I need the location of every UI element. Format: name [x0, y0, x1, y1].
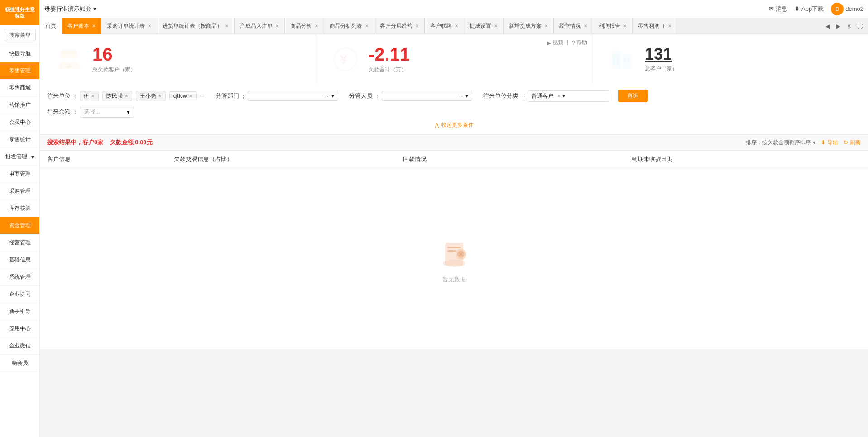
- sidebar-item-ecommerce[interactable]: 电商管理: [0, 166, 39, 183]
- balance-select[interactable]: 选择... ▾: [80, 106, 134, 118]
- tab-close-new-achievement[interactable]: ✕: [544, 24, 548, 28]
- sidebar-item-retail[interactable]: 零售管理: [0, 62, 39, 80]
- tab-profit-report[interactable]: 利润报告 ✕: [593, 18, 633, 34]
- tab-close-all[interactable]: ✕: [844, 22, 854, 31]
- sidebar-item-member[interactable]: 会员中心: [0, 114, 39, 131]
- person-select[interactable]: ··· ▾: [382, 91, 472, 101]
- logo-line2: 标版: [5, 13, 35, 19]
- sidebar-item-enterprise-wechat[interactable]: 企业微信: [0, 337, 39, 355]
- person-ellipsis: ···: [459, 93, 464, 99]
- tab-product-analysis-list[interactable]: 商品分析列表 ✕: [324, 18, 374, 34]
- sidebar-item-app-center[interactable]: 应用中心: [0, 320, 39, 337]
- stat-card-customers: 16 总欠款客户（家）: [40, 34, 316, 84]
- company-selector[interactable]: 母婴行业演示账套 ▾: [44, 5, 96, 13]
- tab-maximize[interactable]: ⛶: [855, 22, 864, 31]
- tab-home-label: 首页: [45, 22, 56, 30]
- tab-scroll-left[interactable]: ◀: [823, 22, 832, 31]
- sidebar-item-purchase[interactable]: 采购管理: [0, 183, 39, 200]
- unit-class-select[interactable]: 普通客户 ✕ ▾: [528, 90, 609, 102]
- tab-retail-profit[interactable]: 零售利润（ ✕: [633, 18, 677, 34]
- tab-product-in-label: 产成品入库单: [240, 22, 273, 30]
- tab-new-achievement-label: 新增提成方案: [509, 22, 542, 30]
- building-icon: [606, 43, 638, 75]
- tab-close-customer-contact[interactable]: ✕: [455, 24, 458, 28]
- user-profile[interactable]: D demo2: [831, 3, 863, 15]
- tab-reminder-settings[interactable]: 提成设置 ✕: [464, 18, 504, 34]
- result-text: 搜索结果中，客户0家: [47, 139, 103, 146]
- sidebar-item-new-guide[interactable]: 新手引导: [0, 303, 39, 320]
- tab-close-customer-book[interactable]: ✕: [92, 24, 96, 28]
- more-tags-button[interactable]: ···: [200, 93, 205, 99]
- filter-tag-wang-close[interactable]: ✕: [158, 94, 162, 99]
- svg-rect-10: [614, 63, 615, 65]
- col-overdue: 到期未收款日期: [632, 155, 861, 163]
- dept-colon: :: [243, 93, 245, 100]
- refresh-button[interactable]: ↻ 刷新: [844, 139, 861, 147]
- tab-customer-book[interactable]: 客户账本 ✕: [62, 18, 101, 34]
- tab-close-customer-tier[interactable]: ✕: [415, 24, 419, 28]
- svg-rect-8: [614, 58, 615, 61]
- tab-customer-tier[interactable]: 客户分层经营 ✕: [374, 18, 425, 34]
- sidebar-item-finance[interactable]: 资金管理: [0, 217, 39, 234]
- balance-chevron-down: ▾: [127, 109, 130, 115]
- filter-tag-wu-close[interactable]: ✕: [91, 94, 95, 99]
- sidebar-item-operations-mgmt[interactable]: 经营管理: [0, 234, 39, 252]
- sort-selector[interactable]: 排序：按欠款金额倒序排序 ▾: [746, 139, 815, 147]
- sidebar-item-wholesale[interactable]: 批发管理 ▾: [0, 148, 39, 166]
- video-help-button[interactable]: ▶ 视频: [547, 39, 563, 47]
- message-button[interactable]: ✉ 消息: [769, 5, 787, 13]
- sidebar-item-retail-stats[interactable]: 零售统计: [0, 131, 39, 148]
- tab-customer-contact[interactable]: 客户联络 ✕: [425, 18, 464, 34]
- filter-tag-cjttcw-close[interactable]: ✕: [189, 94, 192, 99]
- tab-purchase-order[interactable]: 采购订单统计表 ✕: [101, 18, 157, 34]
- video-icon: ▶: [547, 40, 551, 46]
- tab-operations[interactable]: 经营情况 ✕: [554, 18, 593, 34]
- tab-close-product-analysis-list[interactable]: ✕: [365, 24, 369, 28]
- tab-close-inventory-stats[interactable]: ✕: [225, 24, 229, 28]
- tab-close-operations[interactable]: ✕: [584, 24, 587, 28]
- col-debt-info: 欠款交易信息（占比）: [174, 155, 403, 163]
- sidebar-item-marketing[interactable]: 营销推广: [0, 97, 39, 114]
- dept-select[interactable]: ··· ▾: [248, 91, 338, 101]
- empty-icon: [436, 234, 472, 270]
- tab-close-product-in[interactable]: ✕: [275, 24, 279, 28]
- sidebar-item-basic-info[interactable]: 基础信息: [0, 252, 39, 269]
- collapse-button[interactable]: ⋀ 收起更多条件: [47, 121, 861, 129]
- tab-new-achievement[interactable]: 新增提成方案 ✕: [504, 18, 554, 34]
- person-label: 分管人员: [349, 92, 373, 100]
- tab-close-purchase-order[interactable]: ✕: [148, 24, 151, 28]
- query-button[interactable]: 查询: [618, 90, 648, 102]
- stat-value-customers: 16: [92, 45, 136, 63]
- svg-rect-16: [447, 247, 461, 248]
- sidebar-item-quick-nav[interactable]: 快捷导航: [0, 45, 39, 62]
- tabbar: 首页 客户账本 ✕ 采购订单统计表 ✕ 进货单统计表（按商品） ✕ 产成品入库单…: [40, 18, 868, 34]
- table-container: 客户信息 欠款交易信息（占比） 回款情况 到期未收款日期: [40, 151, 868, 349]
- tab-close-product-analysis[interactable]: ✕: [315, 24, 318, 28]
- tab-product-in[interactable]: 产成品入库单 ✕: [235, 18, 285, 34]
- sidebar-item-inventory[interactable]: 库存核算: [0, 200, 39, 217]
- stat-value-debt: -2.11: [369, 45, 410, 63]
- sidebar-item-enterprise-collab[interactable]: 企业协同: [0, 286, 39, 303]
- search-menu-button[interactable]: 搜索菜单: [4, 29, 36, 41]
- tab-close-profit-report[interactable]: ✕: [623, 24, 627, 28]
- export-button[interactable]: ⬇ 导出: [821, 139, 838, 147]
- svg-point-1: [68, 49, 77, 58]
- sidebar-item-vip-member[interactable]: 畅会员: [0, 355, 39, 372]
- app-download-button[interactable]: ⬇ App下载: [795, 5, 824, 13]
- tab-scroll-right[interactable]: ▶: [834, 22, 843, 31]
- filter-section: 往来单位 : 伍 ✕ 陈民强 ✕ 王小亮 ✕ cjttcw ✕: [40, 84, 868, 135]
- tab-product-analysis[interactable]: 商品分析 ✕: [285, 18, 324, 34]
- svg-rect-9: [617, 58, 619, 61]
- tab-home[interactable]: 首页: [40, 18, 62, 34]
- help-button[interactable]: ? 帮助: [572, 39, 587, 47]
- sidebar-item-system[interactable]: 系统管理: [0, 269, 39, 286]
- sidebar-logo: 畅捷通好生意 标版: [0, 0, 39, 25]
- svg-rect-13: [628, 58, 630, 61]
- tab-close-reminder-settings[interactable]: ✕: [494, 24, 498, 28]
- tab-inventory-stats[interactable]: 进货单统计表（按商品） ✕: [157, 18, 235, 34]
- unit-class-tag-close[interactable]: ✕: [557, 94, 561, 99]
- sidebar-item-retail-mall[interactable]: 零售商城: [0, 80, 39, 97]
- filter-tag-chen-close[interactable]: ✕: [125, 94, 128, 99]
- tab-close-retail-profit[interactable]: ✕: [668, 24, 671, 28]
- tab-retail-profit-label: 零售利润（: [638, 22, 665, 30]
